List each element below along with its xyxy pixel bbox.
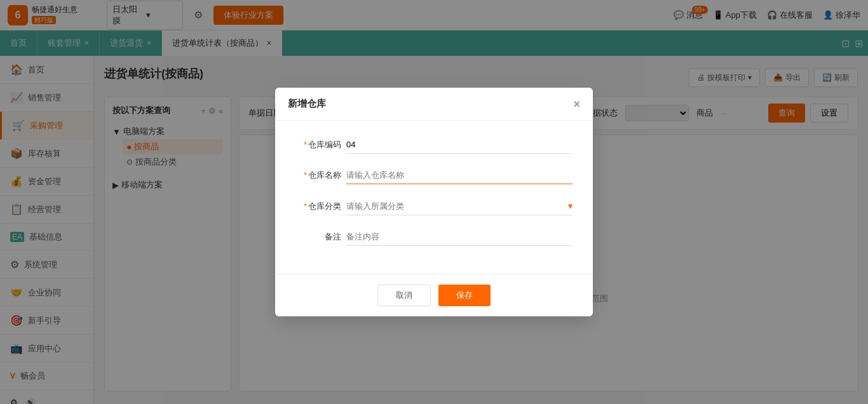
warehouse-code-row: *仓库编码 xyxy=(295,136,573,154)
category-required-mark: * xyxy=(304,201,307,211)
warehouse-name-label: *仓库名称 xyxy=(295,170,346,181)
code-required-mark: * xyxy=(304,140,307,149)
modal-header: 新增仓库 × xyxy=(275,88,593,121)
warehouse-name-row: *仓库名称 xyxy=(295,166,573,184)
modal-overlay[interactable]: 新增仓库 × *仓库编码 *仓库名称 *仓库分类 xyxy=(0,0,868,404)
warehouse-note-label: 备注 xyxy=(295,231,346,243)
name-required-mark: * xyxy=(304,170,307,180)
cancel-button[interactable]: 取消 xyxy=(377,285,431,306)
modal-close-button[interactable]: × xyxy=(573,98,580,110)
warehouse-code-input[interactable] xyxy=(346,136,573,154)
save-button[interactable]: 保存 xyxy=(438,285,491,306)
warehouse-code-label: *仓库编码 xyxy=(295,139,346,151)
modal-footer: 取消 保存 xyxy=(275,274,593,316)
warehouse-note-row: 备注 xyxy=(295,228,573,246)
warehouse-note-input[interactable] xyxy=(346,228,573,246)
category-input[interactable] xyxy=(346,201,568,211)
warehouse-category-row: *仓库分类 ▾ xyxy=(295,197,573,215)
warehouse-category-label: *仓库分类 xyxy=(295,201,346,212)
category-dropdown-icon[interactable]: ▾ xyxy=(568,201,573,211)
warehouse-name-input[interactable] xyxy=(346,166,573,184)
modal-title: 新增仓库 xyxy=(288,98,326,110)
warehouse-category-select[interactable]: ▾ xyxy=(346,197,573,215)
new-warehouse-modal: 新增仓库 × *仓库编码 *仓库名称 *仓库分类 xyxy=(275,88,593,316)
modal-body: *仓库编码 *仓库名称 *仓库分类 ▾ xyxy=(275,121,593,274)
